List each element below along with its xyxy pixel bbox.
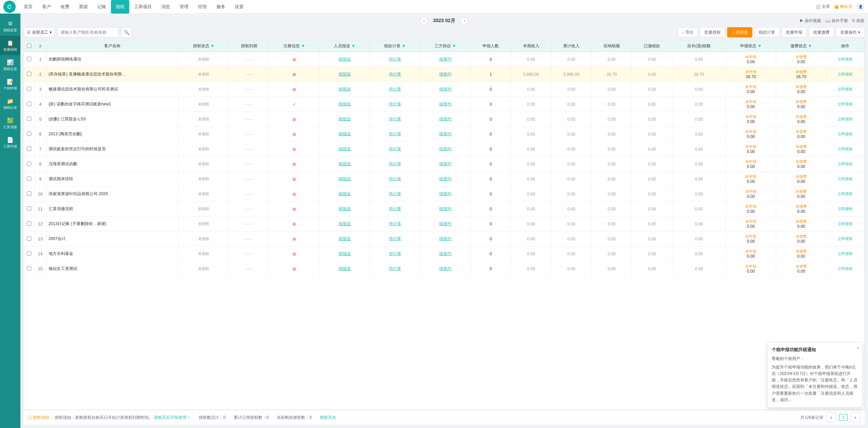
row-reg-info: ⊗ xyxy=(269,82,320,97)
user-avatar[interactable]: 👤 xyxy=(856,3,865,11)
immediate-auth-btn[interactable]: 立即授权 xyxy=(838,72,853,76)
video-btn[interactable]: ▶ 操作视频 xyxy=(800,18,821,24)
row-select[interactable] xyxy=(27,206,31,211)
batch-auth-button[interactable]: 批量授权 xyxy=(700,27,725,37)
row-checkbox[interactable] xyxy=(24,217,34,232)
row-checkbox[interactable] xyxy=(24,261,34,276)
immediate-auth-btn[interactable]: 立即授权 xyxy=(838,57,853,61)
row-checkbox[interactable] xyxy=(24,142,34,157)
row-select[interactable] xyxy=(27,132,31,136)
immediate-auth-btn[interactable]: 立即授权 xyxy=(838,252,853,256)
sidebar-item-personal-tax[interactable]: 📝 个税申报 xyxy=(0,74,20,94)
batch-declare-button[interactable]: 批量申报 xyxy=(782,27,807,37)
row-person-report: 续报送 xyxy=(320,246,370,261)
immediate-auth-btn[interactable]: 立即授权 xyxy=(838,237,853,241)
table-row: 3 畅捷通信息技术股份有限公司民非测试 未授权 —— ⊗ 续报送 待计算 续签约… xyxy=(24,82,864,97)
row-select[interactable] xyxy=(27,161,31,166)
row-checkbox[interactable] xyxy=(24,127,34,142)
row-select[interactable] xyxy=(27,236,31,241)
nav-service[interactable]: 服务 xyxy=(212,0,230,14)
batch-op-button[interactable]: 批量操作 ▾ xyxy=(836,27,865,37)
row-select[interactable] xyxy=(27,266,31,271)
manual-btn[interactable]: 📖 操作手册 xyxy=(825,18,848,24)
nav-accounting[interactable]: 记账 xyxy=(93,0,111,14)
row-select[interactable] xyxy=(27,176,31,181)
member-btn[interactable]: 👑 畅会员 xyxy=(834,4,852,10)
chevron-down-icon: ▾ xyxy=(50,30,52,35)
row-checkbox[interactable] xyxy=(24,112,34,127)
row-select[interactable] xyxy=(27,117,31,121)
nav-home[interactable]: 首页 xyxy=(19,0,37,14)
row-auth-status: 未授权 xyxy=(178,82,229,97)
employee-select[interactable]: ☑ 全部员工 ▾ xyxy=(24,27,55,37)
immediate-auth-btn[interactable]: 立即授权 xyxy=(838,222,853,226)
sidebar-item-annual-report[interactable]: 📄 工商年报 xyxy=(0,133,20,152)
row-checkbox[interactable] xyxy=(24,202,34,217)
nav-tax[interactable]: 报税 xyxy=(111,0,129,14)
row-select[interactable] xyxy=(27,57,31,61)
select-all-checkbox[interactable] xyxy=(27,44,31,48)
table-row: 8 沈海英测试勿删 未授权 —— ⊗ 续报送 待计算 续签约 0 0.00 0.… xyxy=(24,157,864,172)
sidebar-item-settlement[interactable]: 💹 汇算清缴 xyxy=(0,113,20,133)
immediate-auth-btn[interactable]: 立即授权 xyxy=(838,207,853,211)
row-select[interactable] xyxy=(27,72,31,76)
row-select[interactable] xyxy=(27,147,31,151)
prev-month-btn[interactable]: ‹ xyxy=(420,17,428,24)
row-select[interactable] xyxy=(27,191,31,196)
batch-fee-button[interactable]: 批量缴费 xyxy=(809,27,834,37)
tax-calc-button[interactable]: 税款计算 xyxy=(754,27,780,37)
nav-client[interactable]: 客户 xyxy=(37,0,56,14)
reg-info-x-icon: ⊗ xyxy=(292,161,296,167)
nav-bizproject[interactable]: 工商项目 xyxy=(129,0,157,14)
next-month-btn[interactable]: › xyxy=(461,17,468,24)
row-acc-income: 0.00 xyxy=(551,246,591,261)
immediate-auth-btn[interactable]: 立即授权 xyxy=(838,87,853,91)
nav-economy[interactable]: 经营 xyxy=(193,0,212,14)
prev-page-btn[interactable]: ‹ xyxy=(826,412,836,423)
fullscreen-btn[interactable]: ⬜ 全屏 xyxy=(816,4,830,10)
immediate-auth-btn[interactable]: 立即授权 xyxy=(838,117,853,121)
sidebar-item-tax-records[interactable]: 📁 报税记录 xyxy=(0,94,20,113)
next-page-btn[interactable]: › xyxy=(850,412,861,423)
row-select[interactable] xyxy=(27,87,31,91)
row-checkbox[interactable] xyxy=(24,232,34,246)
row-checkbox[interactable] xyxy=(24,82,34,97)
row-income: 0.00 xyxy=(511,232,551,246)
purchase-link[interactable]: 请购买后尽快使用！ xyxy=(154,415,191,420)
row-checkbox[interactable] xyxy=(24,97,34,112)
immediate-auth-btn[interactable]: 立即授权 xyxy=(838,132,853,136)
nav-invoice[interactable]: 票据 xyxy=(74,0,93,14)
row-checkbox[interactable] xyxy=(24,67,34,82)
immediate-auth-btn[interactable]: 立即授权 xyxy=(838,267,853,271)
notif-close-btn[interactable]: × xyxy=(857,345,859,351)
immediate-auth-btn[interactable]: 立即授权 xyxy=(838,102,853,106)
nav-settings[interactable]: 设置 xyxy=(230,0,248,14)
row-select[interactable] xyxy=(27,251,31,256)
row-checkbox[interactable] xyxy=(24,157,34,172)
sidebar-item-tax-overview[interactable]: 📊 报税总览 xyxy=(0,55,20,74)
immediate-auth-btn[interactable]: 立即授权 xyxy=(838,162,853,166)
header-checkbox[interactable] xyxy=(24,40,34,52)
nav-billing[interactable]: 收费 xyxy=(56,0,74,14)
row-checkbox[interactable] xyxy=(24,172,34,187)
immediate-auth-btn[interactable]: 立即授权 xyxy=(838,192,853,196)
row-checkbox[interactable] xyxy=(24,246,34,261)
nav-message[interactable]: 消息 xyxy=(157,0,175,14)
row-tax-paid: 0.00 xyxy=(632,157,672,172)
refresh-btn[interactable]: ↻ 刷新 xyxy=(852,18,865,24)
row-select[interactable] xyxy=(27,102,31,106)
nav-manage[interactable]: 管理 xyxy=(175,0,193,14)
search-button[interactable]: 🔍 xyxy=(121,27,132,37)
person-report-button[interactable]: 人员报送 xyxy=(727,27,752,37)
row-checkbox[interactable] xyxy=(24,187,34,202)
search-input[interactable] xyxy=(58,27,119,37)
sidebar-item-tax-settings[interactable]: ⚙ 报税设置 xyxy=(0,16,20,36)
sidebar-item-batch-tax[interactable]: 📋 批量报税 xyxy=(0,36,20,55)
row-select[interactable] xyxy=(27,221,31,226)
row-checkbox[interactable] xyxy=(24,52,34,67)
export-button[interactable]: ↓ 导出 xyxy=(677,27,698,37)
immediate-auth-btn[interactable]: 立即授权 xyxy=(838,147,853,151)
immediate-auth-btn[interactable]: 立即授权 xyxy=(838,177,853,181)
auth-history-link[interactable]: 授权历史 xyxy=(320,415,336,421)
table-row: 6 2013 (陶美芳勿删) 未授权 —— ⊗ 续报送 待计算 续签约 0 0.… xyxy=(24,127,864,142)
